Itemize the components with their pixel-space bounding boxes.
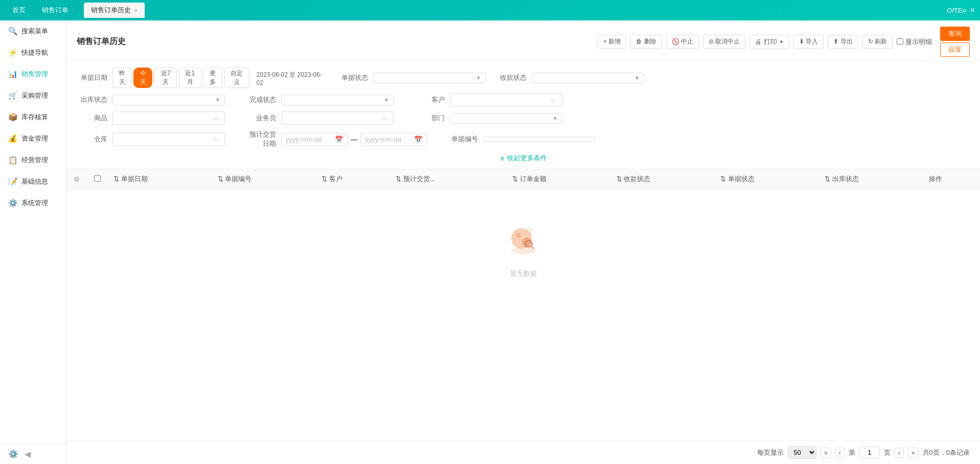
department-label: 部门 bbox=[414, 114, 450, 123]
product-dots-icon[interactable]: ··· bbox=[210, 114, 220, 122]
sidebar-collapse-icon[interactable]: ◀ bbox=[25, 449, 31, 459]
salesperson-dots-icon[interactable]: ··· bbox=[379, 114, 389, 122]
often-text: OfTEn bbox=[947, 7, 966, 14]
th-receipt-status: ⇅ 收款状态 bbox=[610, 169, 715, 189]
date-range-dash: — bbox=[351, 136, 357, 143]
sidebar-item-quick-nav-label: 快捷导航 bbox=[21, 48, 48, 57]
tab-sales-order-label: 销售订单 bbox=[42, 6, 69, 15]
date-btn-1month[interactable]: 近1月 bbox=[179, 68, 201, 88]
stock-calc-icon: 📦 bbox=[8, 113, 17, 122]
th-expected-delivery-icon[interactable]: ⇅ bbox=[396, 175, 401, 183]
date-btn-custom[interactable]: 自定义 bbox=[224, 68, 249, 88]
bill-no-control[interactable] bbox=[483, 137, 596, 142]
customer-dots-icon[interactable]: ··· bbox=[548, 96, 558, 104]
date-btn-today[interactable]: 今天 bbox=[133, 68, 152, 88]
bill-status-select[interactable]: ▼ bbox=[373, 73, 486, 83]
th-bill-no-label: 单据编号 bbox=[225, 175, 252, 183]
pagination: 每页显示 50 20 100 « ‹ 第 页 › » 共0页，0条记录 bbox=[66, 440, 980, 464]
tab-sales-order-history[interactable]: 销售订单历史 × bbox=[84, 3, 144, 18]
sidebar-item-sys-mgmt[interactable]: ⚙️ 系统管理 bbox=[0, 192, 66, 214]
sidebar-settings-icon[interactable]: ⚙️ bbox=[8, 449, 18, 459]
data-table: ⚙ ⇅ 单据日期 ⇅ 单据编号 bbox=[66, 169, 980, 189]
sys-mgmt-icon: ⚙️ bbox=[8, 198, 17, 208]
delete-button[interactable]: 🗑 删除 bbox=[630, 35, 662, 49]
tab-sales-order[interactable]: 销售订单 × bbox=[35, 3, 82, 18]
first-page-button[interactable]: « bbox=[821, 448, 831, 458]
select-all-checkbox[interactable] bbox=[94, 175, 101, 182]
top-bar: 首页 销售订单 × 销售订单历史 × OfTEn × bbox=[0, 0, 980, 20]
th-customer-icon[interactable]: ⇅ bbox=[322, 175, 327, 183]
expected-delivery-label: 预计交货日期 bbox=[245, 130, 281, 148]
sidebar-item-fund-mgmt[interactable]: 💰 资金管理 bbox=[0, 128, 66, 149]
show-detail-checkbox[interactable] bbox=[897, 38, 903, 45]
bill-no-label: 单据编号 bbox=[447, 135, 483, 144]
filter-area: 单据日期 昨天 今天 近7天 近1月 更多 自定义 2023-06-02 至 2… bbox=[66, 61, 980, 169]
sidebar-bottom: ⚙️ ◀ bbox=[0, 444, 66, 464]
receipt-status-select[interactable]: ▼ bbox=[532, 73, 644, 83]
fund-mgmt-icon: 💰 bbox=[8, 134, 17, 143]
show-detail-checkbox-label: 显示明细 bbox=[897, 37, 932, 47]
table-header-row: ⚙ ⇅ 单据日期 ⇅ 单据编号 bbox=[66, 169, 980, 189]
main-layout: 🔍 搜索菜单 ⚡ 快捷导航 📊 销售管理 🛒 采购管理 📦 库存核算 💰 资金管… bbox=[0, 20, 980, 464]
calendar-to-icon[interactable]: 📅 bbox=[414, 136, 422, 143]
warehouse-dots-icon[interactable]: ··· bbox=[210, 135, 220, 143]
sidebar-item-sales-mgmt-label: 销售管理 bbox=[21, 70, 48, 79]
sidebar-item-basic-info[interactable]: 📝 基础信息 bbox=[0, 171, 66, 192]
tab-home[interactable]: 首页 bbox=[5, 3, 33, 18]
tab-sales-order-history-close[interactable]: × bbox=[134, 7, 137, 13]
top-close-icon[interactable]: × bbox=[970, 6, 975, 15]
th-order-amount: ⇅ 订单金额 bbox=[506, 169, 610, 189]
sidebar-item-ops-mgmt[interactable]: 📋 经营管理 bbox=[0, 149, 66, 171]
salesperson-control[interactable]: ··· bbox=[281, 112, 394, 125]
print-button[interactable]: 🖨 打印 ▼ bbox=[749, 35, 789, 49]
sidebar-item-sales-mgmt[interactable]: 📊 销售管理 bbox=[0, 63, 66, 85]
ops-mgmt-icon: 📋 bbox=[8, 156, 17, 165]
export-button[interactable]: ⬆ 导出 bbox=[828, 35, 858, 49]
customer-control[interactable]: ··· bbox=[450, 93, 562, 106]
th-receipt-status-icon[interactable]: ⇅ bbox=[617, 175, 622, 183]
page-header: 销售订单历史 + 新增 🗑 删除 🚫 中止 ⊘ 取消中止 🖨 打印 ▼ ⬇ 导入… bbox=[66, 20, 980, 61]
show-detail-label: 显示明细 bbox=[905, 37, 932, 47]
sidebar-item-fund-mgmt-label: 资金管理 bbox=[21, 134, 48, 143]
page-number-input[interactable] bbox=[859, 447, 880, 458]
th-expected-delivery-label: 预计交货... bbox=[403, 175, 436, 183]
delivery-from-control[interactable]: yyyy-mm-dd 📅 bbox=[281, 133, 348, 146]
collapse-row[interactable]: ∧ 收起更多条件 bbox=[77, 153, 970, 163]
cancel-stop-button[interactable]: ⊘ 取消中止 bbox=[703, 35, 745, 49]
th-bill-no-icon[interactable]: ⇅ bbox=[218, 175, 223, 183]
date-btn-yesterday[interactable]: 昨天 bbox=[112, 68, 131, 88]
prev-page-button[interactable]: ‹ bbox=[835, 448, 845, 458]
stop-button[interactable]: 🚫 中止 bbox=[666, 35, 699, 49]
table-settings-icon[interactable]: ⚙ bbox=[74, 175, 80, 183]
th-bill-status-icon[interactable]: ⇅ bbox=[720, 175, 726, 183]
jump-suffix: 页 bbox=[884, 448, 891, 457]
warehouse-control[interactable]: ··· bbox=[112, 132, 225, 146]
last-page-button[interactable]: » bbox=[908, 448, 919, 458]
sidebar-item-stock-calc[interactable]: 📦 库存核算 bbox=[0, 106, 66, 128]
new-button[interactable]: + 新增 bbox=[598, 35, 626, 49]
th-out-status-icon[interactable]: ⇅ bbox=[825, 175, 830, 183]
sidebar-item-purchase-mgmt[interactable]: 🛒 采购管理 bbox=[0, 85, 66, 106]
settings-button[interactable]: 设置 bbox=[940, 42, 970, 57]
th-order-amount-icon[interactable]: ⇅ bbox=[512, 175, 518, 183]
calendar-from-icon[interactable]: 📅 bbox=[335, 136, 343, 143]
sidebar-item-quick-nav[interactable]: ⚡ 快捷导航 bbox=[0, 42, 66, 63]
sidebar-item-search-menu[interactable]: 🔍 搜索菜单 bbox=[0, 20, 66, 42]
delivery-to-placeholder: yyyy-mm-dd bbox=[365, 136, 401, 143]
next-page-button[interactable]: › bbox=[895, 448, 904, 458]
refresh-button[interactable]: ↻ 刷新 bbox=[862, 35, 893, 49]
out-status-select[interactable]: ▼ bbox=[112, 95, 225, 105]
department-select[interactable]: ▼ bbox=[450, 113, 562, 124]
filter-row-status: 出库状态 ▼ 完成状态 ▼ 客户 ··· bbox=[77, 93, 970, 106]
empty-state: 暂无数据 bbox=[66, 189, 980, 309]
date-btn-7days[interactable]: 近7天 bbox=[154, 68, 177, 88]
product-control[interactable]: ··· bbox=[112, 112, 225, 125]
page-size-select[interactable]: 50 20 100 bbox=[788, 446, 816, 459]
date-btn-more[interactable]: 更多 bbox=[203, 68, 222, 88]
tab-sales-order-close[interactable]: × bbox=[72, 7, 75, 13]
th-bill-date-icon[interactable]: ⇅ bbox=[113, 175, 119, 183]
import-button[interactable]: ⬇ 导入 bbox=[793, 35, 824, 49]
query-button[interactable]: 查询 bbox=[940, 27, 970, 41]
delivery-to-control[interactable]: yyyy-mm-dd 📅 bbox=[360, 133, 427, 146]
complete-status-select[interactable]: ▼ bbox=[281, 95, 394, 105]
